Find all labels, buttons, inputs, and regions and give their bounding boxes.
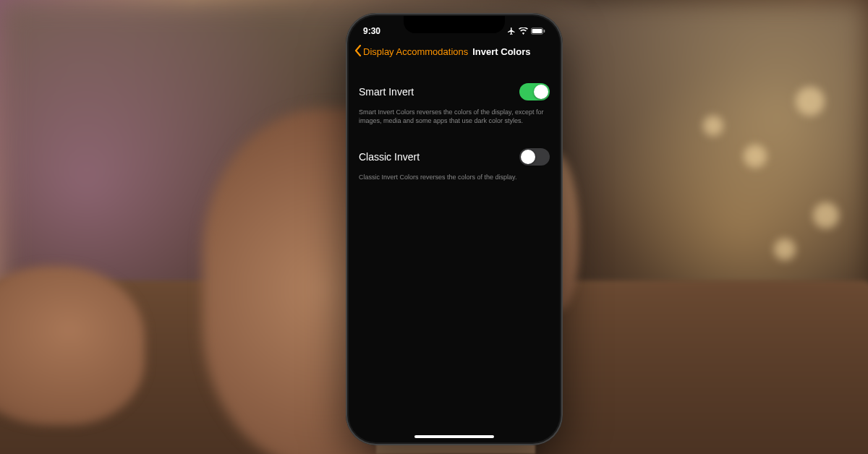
toggle-knob — [534, 85, 548, 99]
page-title: Invert Colors — [472, 46, 530, 57]
phone-screen: 9:30 Display Accommodations Inv — [349, 16, 560, 442]
bokeh-light — [744, 145, 767, 168]
bokeh-light — [813, 202, 839, 228]
svg-rect-1 — [532, 29, 542, 33]
classic-invert-description: Classic Invert Colors reverses the color… — [349, 173, 560, 187]
classic-invert-toggle[interactable] — [519, 148, 550, 166]
iphone-device: 9:30 Display Accommodations Inv — [346, 13, 563, 445]
chevron-left-icon — [354, 45, 362, 59]
navigation-bar: Display Accommodations Invert Colors — [349, 40, 560, 66]
classic-invert-label: Classic Invert — [359, 151, 420, 163]
smart-invert-toggle[interactable] — [519, 83, 550, 100]
smart-invert-description: Smart Invert Colors reverses the colors … — [349, 108, 560, 131]
svg-rect-2 — [544, 30, 545, 33]
back-label: Display Accommodations — [363, 46, 468, 57]
smart-invert-row: Smart Invert — [349, 76, 560, 108]
bokeh-light — [703, 116, 723, 136]
bokeh-light — [796, 87, 825, 116]
airplane-mode-icon — [507, 27, 516, 35]
classic-invert-row: Classic Invert — [349, 141, 560, 173]
status-time: 9:30 — [363, 26, 380, 36]
battery-icon — [531, 27, 545, 35]
smart-invert-label: Smart Invert — [359, 86, 414, 98]
back-button[interactable]: Display Accommodations — [354, 45, 468, 59]
toggle-knob — [521, 150, 535, 164]
wifi-icon — [519, 27, 528, 35]
hand-holding-phone — [0, 65, 376, 454]
notch — [404, 16, 505, 33]
status-indicators — [507, 27, 545, 35]
home-indicator[interactable] — [414, 435, 494, 438]
bokeh-light — [774, 239, 796, 260]
